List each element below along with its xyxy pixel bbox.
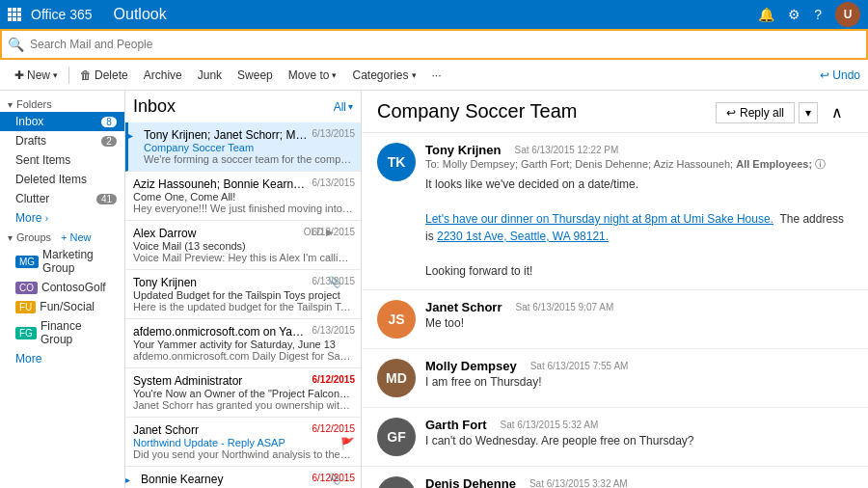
sidebar-item-clutter[interactable]: Clutter 41 [0,189,124,208]
search-icon[interactable]: 🔍 [8,37,24,52]
email-item[interactable]: System Administrator You're Now an Owner… [125,368,361,418]
folders-more[interactable]: More › [0,208,124,228]
thread-name-2: Janet Schorr [425,300,502,314]
email-item[interactable]: Alex Darrow OLD ▶ Voice Mail (13 seconds… [125,221,361,270]
question-icon[interactable]: ? [814,7,822,22]
search-input[interactable] [30,38,860,51]
email-subject: You're Now an Owner of the "Project Falc… [133,388,353,399]
bell-icon[interactable]: 🔔 [758,7,774,22]
clutter-badge: 41 [96,194,117,204]
gear-icon[interactable]: ⚙ [788,7,800,22]
thread-content-1: Tony Krijnen Sat 6/13/2015 12:22 PM To: … [425,143,853,280]
move-to-button[interactable]: Move to ▾ [282,66,344,85]
sidebar-item-funsocial[interactable]: FU Fun/Social [0,297,124,316]
email-date: 6/13/2015 [312,177,356,188]
new-dropdown-icon[interactable]: ▾ [53,70,58,80]
email-date: 6/13/2015 [312,128,356,139]
sidebar-item-drafts[interactable]: Drafts 2 [0,131,124,150]
sidebar-item-marketing[interactable]: MG Marketing Group [0,245,124,278]
email-subject: Your Yammer activity for Saturday, June … [133,339,353,350]
email-item[interactable]: ▸ Tony Krijnen; Janet Schorr; Molly D...… [125,122,361,172]
sidebar-item-label: Fun/Social [40,300,95,313]
email-sender: Tony Krijnen; Janet Schorr; Molly D... [136,128,310,142]
thread-meta-3: Molly Dempsey Sat 6/13/2015 7:55 AM [425,359,853,373]
expand-arrow[interactable]: ▸ [125,474,130,485]
email-subject: Come One, Come All! [133,191,353,203]
body-link-2[interactable]: 2230 1st Ave, Seattle, WA 98121. [437,230,609,243]
drafts-badge: 2 [101,136,117,147]
thread-item-3: MD Molly Dempsey Sat 6/13/2015 7:55 AM I… [362,349,868,408]
sidebar-item-inbox[interactable]: Inbox 8 [0,112,124,131]
email-date: 6/12/2015 [312,423,356,434]
sidebar-item-label: Inbox [15,115,43,128]
thread-date-4: Sat 6/13/2015 5:32 AM [501,420,599,430]
sidebar-item-sent[interactable]: Sent Items [0,150,124,170]
email-date: 6/12/2015 [312,473,356,483]
filter-chevron: ▾ [348,101,353,112]
sweep-button[interactable]: Sweep [231,66,280,85]
thread-content-5: Denis Dehenne Sat 6/13/2015 3:32 AM I ca… [425,476,853,488]
email-item[interactable]: Aziz Hassouneh; Bonnie Kearney; D... Com… [125,172,361,221]
email-item[interactable]: afdemo.onmicrosoft.com on Yammer Your Ya… [125,319,361,368]
email-date: 6/13/2015 [312,227,356,237]
thread-body-4: I can't do Wednesday. Are people free on… [425,432,853,449]
reply-dropdown-button[interactable]: ▾ [799,102,818,123]
email-sender: System Administrator [133,374,307,388]
sidebar: ▾ Folders Inbox 8 Drafts 2 Sent Items De… [0,91,125,488]
thread-item-5: DD Denis Dehenne Sat 6/13/2015 3:32 AM I… [362,467,868,488]
reply-all-button[interactable]: ↩ Reply all [716,102,795,123]
email-preview: Here is the updated budget for the Tails… [133,301,353,312]
inbox-badge: 8 [101,117,117,127]
thread-date-2: Sat 6/13/2015 9:07 AM [515,302,613,312]
email-preview: Did you send your Northwind analysis to … [133,448,353,460]
search-bar: 🔍 [0,29,868,60]
groups-label: Groups [16,231,51,243]
email-detail: Company Soccer Team ↩ Reply all ▾ ∧ TK T… [362,91,868,488]
email-preview: Hey everyone!!! We just finished moving … [133,203,353,214]
email-sender: Alex Darrow [133,227,307,240]
email-item[interactable]: Tony Krijnen 📎 Updated Budget for the Ta… [125,270,361,319]
email-list-header: Inbox All ▾ [125,91,361,122]
detail-collapse-button[interactable]: ∧ [822,100,853,124]
thread-name-5: Denis Dehenne [425,476,516,488]
email-item[interactable]: Janet Schorr Northwind Update - Reply AS… [125,418,361,467]
sidebar-item-label: Marketing Group [42,248,117,275]
sidebar-item-contosogolf[interactable]: CO ContosoGolf [0,278,124,297]
thread-name-1: Tony Krijnen [425,143,501,157]
avatar[interactable]: U [835,2,860,27]
categories-dropdown-icon: ▾ [412,70,417,80]
all-filter[interactable]: All ▾ [334,100,353,114]
undo-button[interactable]: ↩ Undo [820,68,860,82]
email-sender: Bonnie Kearney [133,473,307,486]
sidebar-item-finance[interactable]: FG Finance Group [0,316,124,349]
body-link-1[interactable]: Let's have our dinner on Thursday night … [425,212,773,226]
new-button[interactable]: ✚ New ▾ [8,66,65,85]
delete-button[interactable]: 🗑 Delete [73,66,135,85]
expand-arrow[interactable]: ▸ [128,130,133,141]
sidebar-item-label: Sent Items [15,153,70,167]
email-item[interactable]: ▸ Bonnie Kearney 📎 Northwind Acquisition… [125,467,361,488]
categories-button[interactable]: Categories ▾ [345,66,422,85]
folders-header[interactable]: ▾ Folders [0,95,124,112]
sidebar-item-label: Finance Group [41,319,117,346]
groups-new-label[interactable]: + New [61,231,92,243]
thread-content-4: Garth Fort Sat 6/13/2015 5:32 AM I can't… [425,418,853,456]
email-date: 6/13/2015 [312,276,356,286]
email-date: 6/13/2015 [312,325,356,336]
more-button[interactable]: ··· [425,66,448,85]
junk-button[interactable]: Junk [191,66,229,85]
separator [68,67,69,84]
email-sender: Janet Schorr [133,423,307,437]
toolbar: ✚ New ▾ 🗑 Delete Archive Junk Sweep Move… [0,60,868,91]
thread-body-2: Me too! [425,314,853,332]
groups-more[interactable]: More [0,349,124,368]
sidebar-item-deleted[interactable]: Deleted Items [0,170,124,189]
archive-button[interactable]: Archive [137,66,189,85]
group-avatar-co: CO [15,282,38,294]
flag-icon: 🚩 [340,437,355,450]
group-avatar-mg: MG [15,256,39,268]
thread-avatar-2: JS [377,300,416,339]
waffle-icon[interactable] [8,8,21,21]
groups-header[interactable]: ▾ Groups + New [0,228,124,245]
email-sender: Aziz Hassouneh; Bonnie Kearney; D... [133,177,307,191]
